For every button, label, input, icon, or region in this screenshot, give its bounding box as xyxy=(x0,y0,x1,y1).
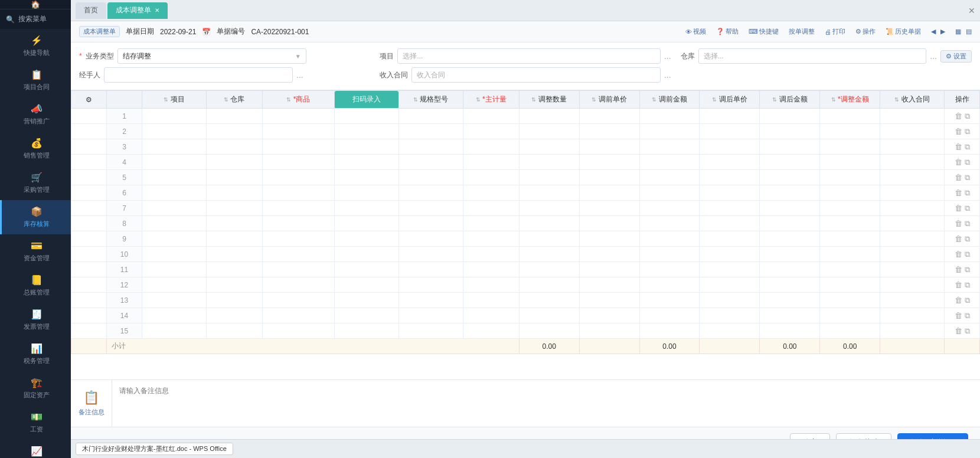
cell-before-amount-15[interactable] xyxy=(639,323,700,339)
cell-spec-14[interactable] xyxy=(398,308,463,323)
cell-adj-amount-12[interactable] xyxy=(820,277,880,293)
cell-income-4[interactable] xyxy=(880,155,945,170)
copy-btn-6[interactable]: ⧉ xyxy=(965,188,970,198)
cell-spec-15[interactable] xyxy=(398,323,463,339)
cell-unit-14[interactable] xyxy=(463,308,519,323)
cell-before-amount-11[interactable] xyxy=(639,262,700,277)
cell-project-14[interactable] xyxy=(142,308,207,323)
cell-before-price-7[interactable] xyxy=(579,201,639,216)
cell-adj-qty-2[interactable] xyxy=(519,124,579,139)
next-action[interactable]: ▶ xyxy=(940,28,945,35)
delete-btn-1[interactable]: 🗑 xyxy=(955,112,962,120)
tab-home[interactable]: 首页 xyxy=(76,2,106,19)
cell-after-price-4[interactable] xyxy=(700,155,760,170)
col-scan-header[interactable]: 扫码录入 xyxy=(335,91,399,109)
cell-adj-qty-13[interactable] xyxy=(519,293,579,308)
cell-warehouse-15[interactable] xyxy=(206,323,262,339)
delete-btn-12[interactable]: 🗑 xyxy=(955,280,962,289)
sidebar-item-ledger[interactable]: 📒 总账管理 xyxy=(0,269,71,303)
col-spec-header[interactable]: ⇅ 规格型号 xyxy=(398,91,463,109)
cell-after-price-11[interactable] xyxy=(700,262,760,277)
cell-adj-amount-5[interactable] xyxy=(820,170,880,185)
cell-adj-amount-4[interactable] xyxy=(820,155,880,170)
cell-project-15[interactable] xyxy=(142,323,207,339)
cell-warehouse-3[interactable] xyxy=(206,139,262,155)
cell-warehouse-5[interactable] xyxy=(206,170,262,185)
cell-adj-amount-3[interactable] xyxy=(820,139,880,155)
cell-project-5[interactable] xyxy=(142,170,207,185)
cell-after-price-9[interactable] xyxy=(700,231,760,247)
cell-unit-10[interactable] xyxy=(463,247,519,262)
cell-warehouse-11[interactable] xyxy=(206,262,262,277)
cell-adj-amount-9[interactable] xyxy=(820,231,880,247)
delete-btn-14[interactable]: 🗑 xyxy=(955,311,962,320)
cell-before-price-13[interactable] xyxy=(579,293,639,308)
col-unit-header[interactable]: ⇅ *主计量 xyxy=(463,91,519,109)
cell-unit-15[interactable] xyxy=(463,323,519,339)
check-adjust-action[interactable]: 按单调整 xyxy=(789,27,815,36)
cell-spec-6[interactable] xyxy=(398,185,463,201)
cell-income-15[interactable] xyxy=(880,323,945,339)
cell-adj-amount-10[interactable] xyxy=(820,247,880,262)
cell-product-13[interactable] xyxy=(262,293,334,308)
copy-btn-15[interactable]: ⧉ xyxy=(965,326,970,336)
cell-after-amount-5[interactable] xyxy=(760,170,820,185)
operation-action[interactable]: ⚙ 操作 xyxy=(855,27,876,36)
cell-income-6[interactable] xyxy=(880,185,945,201)
copy-btn-2[interactable]: ⧉ xyxy=(965,127,970,136)
warehouse-input[interactable]: 选择... xyxy=(698,48,927,64)
cell-before-amount-13[interactable] xyxy=(639,293,700,308)
cell-income-12[interactable] xyxy=(880,277,945,293)
sidebar-item-invoice[interactable]: 🧾 发票管理 xyxy=(0,303,71,337)
cell-unit-8[interactable] xyxy=(463,216,519,231)
copy-btn-3[interactable]: ⧉ xyxy=(965,142,970,152)
copy-btn-1[interactable]: ⧉ xyxy=(965,112,970,121)
cell-scan-11[interactable] xyxy=(335,262,399,277)
cell-before-amount-6[interactable] xyxy=(639,185,700,201)
cell-unit-9[interactable] xyxy=(463,231,519,247)
cell-before-amount-5[interactable] xyxy=(639,170,700,185)
settings-button[interactable]: ⚙ 设置 xyxy=(940,50,972,63)
cell-before-price-10[interactable] xyxy=(579,247,639,262)
handler-input[interactable] xyxy=(104,67,293,83)
col-after-amount-header[interactable]: ⇅ 调后金额 xyxy=(760,91,820,109)
cell-after-price-7[interactable] xyxy=(700,201,760,216)
cell-warehouse-6[interactable] xyxy=(206,185,262,201)
cell-warehouse-10[interactable] xyxy=(206,247,262,262)
warehouse-dots[interactable]: ... xyxy=(930,51,937,61)
cell-unit-11[interactable] xyxy=(463,262,519,277)
cell-spec-1[interactable] xyxy=(398,109,463,124)
cell-before-price-3[interactable] xyxy=(579,139,639,155)
delete-btn-15[interactable]: 🗑 xyxy=(955,326,962,335)
business-type-input[interactable]: 结存调整 ▼ xyxy=(117,48,306,64)
cell-after-price-14[interactable] xyxy=(700,308,760,323)
cell-before-price-5[interactable] xyxy=(579,170,639,185)
cell-adj-amount-8[interactable] xyxy=(820,216,880,231)
cell-before-amount-8[interactable] xyxy=(639,216,700,231)
cell-scan-7[interactable] xyxy=(335,201,399,216)
cell-income-13[interactable] xyxy=(880,293,945,308)
cell-adj-qty-6[interactable] xyxy=(519,185,579,201)
cell-before-price-1[interactable] xyxy=(579,109,639,124)
cell-after-amount-12[interactable] xyxy=(760,277,820,293)
cell-before-amount-10[interactable] xyxy=(639,247,700,262)
col-product-header[interactable]: ⇅ *商品 xyxy=(262,91,334,109)
col-before-price-header[interactable]: ⇅ 调前单价 xyxy=(579,91,639,109)
project-dots[interactable]: ... xyxy=(664,51,671,61)
cell-income-11[interactable] xyxy=(880,262,945,277)
cell-unit-4[interactable] xyxy=(463,155,519,170)
cell-adj-amount-1[interactable] xyxy=(820,109,880,124)
cell-adj-qty-7[interactable] xyxy=(519,201,579,216)
tab-cost-adjust[interactable]: 成本调整单 ✕ xyxy=(107,2,168,19)
sidebar-item-purchase[interactable]: 🛒 采购管理 xyxy=(0,166,71,200)
delete-btn-13[interactable]: 🗑 xyxy=(955,296,962,305)
sidebar-item-finance[interactable]: 💳 资金管理 xyxy=(0,234,71,269)
cell-scan-6[interactable] xyxy=(335,185,399,201)
cell-scan-2[interactable] xyxy=(335,124,399,139)
copy-btn-12[interactable]: ⧉ xyxy=(965,280,970,290)
cell-unit-12[interactable] xyxy=(463,277,519,293)
cell-scan-3[interactable] xyxy=(335,139,399,155)
cell-adj-amount-7[interactable] xyxy=(820,201,880,216)
col-before-amount-header[interactable]: ⇅ 调前金额 xyxy=(639,91,700,109)
cell-product-12[interactable] xyxy=(262,277,334,293)
